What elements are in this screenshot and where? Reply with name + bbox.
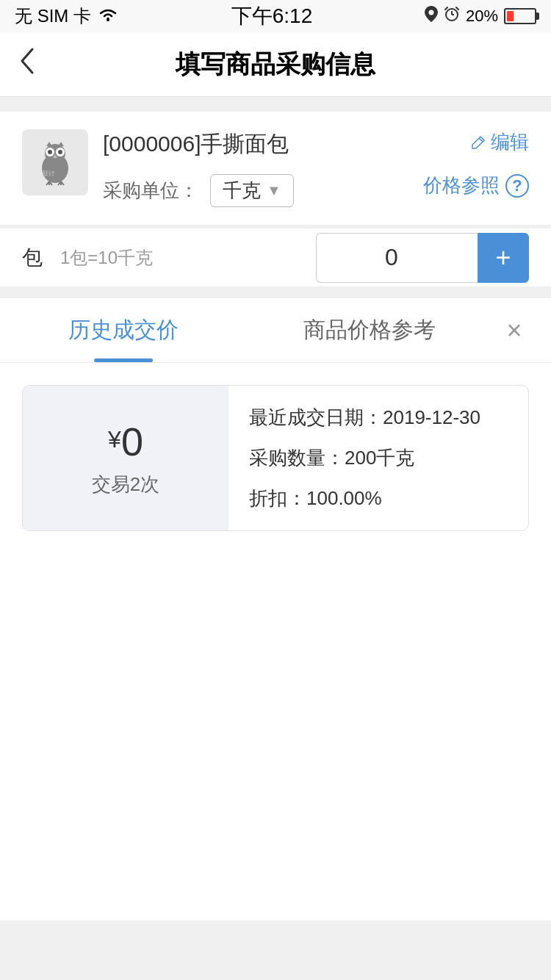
- edit-button[interactable]: 编辑: [470, 129, 529, 155]
- location-icon: [425, 6, 438, 26]
- qty-unit-label: 包: [22, 244, 43, 272]
- section-divider: [0, 287, 551, 298]
- tab-history-label: 历史成交价: [68, 315, 179, 345]
- svg-text:鼓计: 鼓计: [42, 170, 55, 177]
- tab-price-ref-label: 商品价格参考: [303, 315, 436, 345]
- price-value: 0: [121, 419, 143, 464]
- page-rest: [0, 553, 551, 920]
- quantity-plus-button[interactable]: +: [478, 233, 529, 283]
- unit-label: 采购单位：: [103, 178, 198, 203]
- battery-icon: [504, 8, 536, 24]
- tab-active-indicator: [94, 359, 153, 362]
- latest-date-value: 2019-12-30: [383, 406, 480, 428]
- product-info: [0000006]手撕面包 采购单位： 千克 ▼: [103, 129, 294, 207]
- quantity-row: 包 1包=10千克 +: [0, 228, 551, 287]
- battery-percent: 20%: [466, 7, 498, 26]
- status-bar: 无 SIM 卡 下午6:12: [0, 0, 551, 32]
- price-ref-button[interactable]: 价格参照 ?: [423, 173, 529, 198]
- product-image: 鼓计: [29, 137, 81, 188]
- history-card: ¥0 交易2次 最近成交日期：2019-12-30 采购数量：200千克 折扣：…: [22, 385, 529, 531]
- status-right: 20%: [425, 6, 536, 26]
- status-left: 无 SIM 卡: [15, 4, 119, 28]
- tab-history-price[interactable]: 历史成交价: [0, 298, 246, 362]
- quantity-input[interactable]: [316, 233, 478, 283]
- purchase-qty-label: 采购数量：: [249, 447, 345, 469]
- tabs-bar: 历史成交价 商品价格参考 ×: [0, 298, 551, 363]
- unit-selector[interactable]: 千克 ▼: [210, 174, 294, 207]
- svg-marker-12: [46, 142, 52, 146]
- unit-arrow-icon: ▼: [267, 182, 281, 199]
- qty-input-wrap: +: [168, 233, 529, 283]
- unit-value: 千克: [223, 178, 261, 203]
- nav-bar: 填写商品采购信息: [0, 32, 551, 97]
- history-price-panel: ¥0 交易2次: [23, 386, 228, 530]
- edit-label: 编辑: [491, 129, 529, 155]
- status-time: 下午6:12: [231, 2, 313, 30]
- svg-point-9: [48, 150, 52, 154]
- product-unit-row: 采购单位： 千克 ▼: [103, 174, 294, 207]
- purchase-qty-row: 采购数量：200千克: [249, 444, 508, 472]
- svg-marker-13: [58, 142, 64, 146]
- tab-close-button[interactable]: ×: [492, 315, 551, 346]
- carrier-text: 无 SIM 卡: [15, 4, 91, 28]
- history-price-amount: ¥0: [108, 419, 143, 464]
- price-ref-help-icon: ?: [505, 174, 529, 198]
- discount-value: 100.00%: [306, 487, 382, 509]
- product-name: [0000006]手撕面包: [103, 129, 294, 159]
- trade-count: 交易2次: [92, 472, 159, 497]
- discount-row: 折扣：100.00%: [249, 484, 508, 513]
- product-thumbnail: 鼓计: [22, 129, 88, 195]
- product-right: 编辑 价格参照 ?: [423, 129, 529, 198]
- wifi-icon: [97, 6, 119, 26]
- svg-point-1: [428, 10, 433, 15]
- tab-product-price-ref[interactable]: 商品价格参考: [246, 298, 492, 362]
- close-icon: ×: [506, 315, 522, 346]
- price-ref-label: 价格参照: [423, 173, 500, 198]
- purchase-qty-value: 200千克: [345, 447, 414, 469]
- qty-unit-note: 1包=10千克: [60, 246, 153, 270]
- latest-date-row: 最近成交日期：2019-12-30: [249, 403, 508, 432]
- product-card: 鼓计 [0000006]手撕面包 采购单位： 千克 ▼: [0, 112, 551, 225]
- latest-date-label: 最近成交日期：: [249, 406, 383, 428]
- history-detail-panel: 最近成交日期：2019-12-30 采购数量：200千克 折扣：100.00%: [228, 386, 528, 530]
- page-title: 填写商品采购信息: [176, 48, 375, 82]
- back-button[interactable]: [18, 46, 35, 82]
- alarm-icon: [444, 6, 460, 26]
- price-symbol: ¥: [108, 426, 121, 453]
- svg-point-10: [58, 150, 62, 154]
- discount-label: 折扣：: [249, 487, 306, 509]
- svg-point-0: [107, 18, 109, 21]
- history-section: ¥0 交易2次 最近成交日期：2019-12-30 采购数量：200千克 折扣：…: [0, 363, 551, 553]
